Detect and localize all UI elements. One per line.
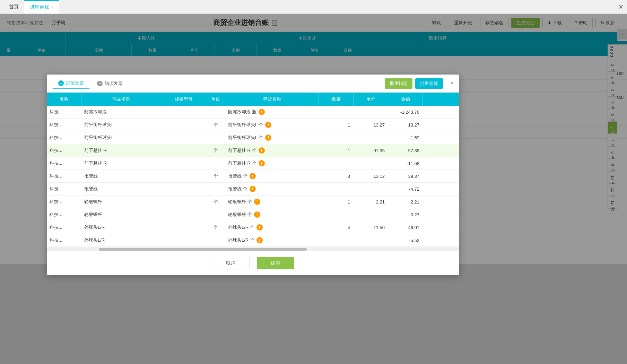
td-product: 前下悬挂 R [81,160,161,166]
th-unit: 单位 [206,93,225,106]
warning-icon: ! [254,211,260,218]
table-row[interactable]: 科技... 报警线 个 报警线 个 ! 3 13.12 39.37 [47,170,459,183]
td-amount: 97.35 [388,148,423,153]
table-row[interactable]: 科技... 防冻冷却液 防冻冷却液 瓶 ! -1,243.76 [47,106,459,119]
td-inventory: 外球头L/R 个 ! [225,224,319,231]
td-unit: 个 [206,147,225,154]
table-row[interactable]: 科技... 报警线 报警线 个 ! -4.72 [47,183,459,196]
table-row[interactable]: 科技... 前平衡杆球头L 前平衡杆球头L 个 ! -1.59 [47,131,459,144]
warning-icon: ! [250,186,256,192]
td-inventory: 防冻冷却液 瓶 ! [225,109,319,115]
scrollbar-thumb[interactable] [99,248,307,251]
inventory-text: 前平衡杆球头L 个 [228,135,263,141]
td-product: 外球头L/R [81,224,161,231]
td-name: 科技... [47,135,81,141]
inventory-text: 前平衡杆球头L 个 [228,122,263,128]
td-product: 报警线 [81,173,161,179]
th-name: 名称 [47,93,81,106]
table-row[interactable]: 科技... 前下悬挂 R 前下悬挂 R 个 ! -11.68 [47,157,459,170]
tab-purchase-invoice[interactable]: ↩ 进项发票 [52,78,90,89]
warning-icon: ! [259,109,265,115]
modal-tabs: ↩ 进项发票 ↪ 销项发票 [52,78,129,89]
td-amount: 39.37 [388,174,423,179]
modal-table: 名称 商品名称 规格型号 单位 存货名称 数量 单价 金额 科技... 防冻冷却… [47,93,459,247]
warning-icon: ! [265,122,271,128]
td-name: 科技... [47,237,81,243]
window-close-button[interactable]: ✕ [618,3,624,11]
warning-icon: ! [256,237,263,243]
td-name: 科技... [47,199,81,205]
inventory-text: 轮毂螺杆 个 [228,199,252,205]
modal-horizontal-scrollbar[interactable] [47,247,459,251]
td-amount: 13.27 [388,122,423,128]
td-name: 科技... [47,147,81,154]
table-row[interactable]: 科技... 轮毂螺杆 个 轮毂螺杆 个 ! 1 2.21 2.21 [47,196,459,208]
td-name: 科技... [47,211,81,218]
purchase-tab-label: 进项发票 [66,80,84,86]
warning-icon: ! [265,135,271,141]
modal-actions: 批量指定 批量创建 [385,78,443,89]
tab-ledger-close[interactable]: × [51,5,54,10]
th-product-name: 商品名称 [81,93,161,106]
batch-create-button[interactable]: 批量创建 [415,78,443,89]
td-price: 97.35 [354,148,388,153]
purchase-tab-icon: ↩ [58,80,64,86]
td-quantity: 1 [319,199,354,205]
td-inventory: 外球头L/R 个 ! [225,237,319,243]
td-inventory: 前下悬挂 R 个 ! [225,147,319,154]
td-unit: 个 [206,224,225,231]
inventory-text: 报警线 个 [228,186,247,192]
td-name: 科技... [47,160,81,166]
td-name: 科技... [47,173,81,179]
tab-home[interactable]: 首页 [3,0,24,14]
td-inventory: 前下悬挂 R 个 ! [225,160,319,166]
td-name: 科技... [47,224,81,231]
td-price: 11.50 [354,225,388,230]
td-product: 前平衡杆球头L [81,135,161,141]
sales-tab-label: 销项发票 [105,80,123,87]
table-row[interactable]: 科技... 轮毂螺杆 轮毂螺杆 个 ! -0.27 [47,208,459,221]
table-row[interactable]: 科技... 外球头L/R 个 外球头L/R 个 ! 4 11.50 46.01 [47,221,459,234]
th-spec: 规格型号 [161,93,206,106]
th-amount: 金额 [388,93,423,106]
tab-ledger-label: 进销台账 [30,4,49,10]
tab-ledger[interactable]: 进销台账 × [24,0,59,14]
invoice-modal: ↩ 进项发票 ↪ 销项发票 批量指定 批量创建 × 名称 商 [47,75,459,275]
tab-home-label: 首页 [9,4,19,10]
td-quantity: 3 [319,174,354,179]
table-row[interactable]: 科技... 前平衡杆球头L 个 前平衡杆球头L 个 ! 1 13.27 13.2… [47,119,459,131]
batch-assign-button[interactable]: 批量指定 [385,78,412,89]
td-amount: -4.72 [388,187,423,192]
td-product: 轮毂螺杆 [81,211,161,218]
inventory-text: 轮毂螺杆 个 [228,211,252,218]
sales-tab-icon: ↪ [97,81,103,86]
table-row[interactable]: 科技... 外球头L/R 外球头L/R 个 ! -5.52 [47,234,459,247]
td-product: 前平衡杆球头L [81,122,161,128]
td-price: 2.21 [354,199,388,205]
tab-sales-invoice[interactable]: ↪ 销项发票 [91,78,129,89]
th-inventory-name: 存货名称 [225,93,319,106]
top-bar: 首页 进销台账 × ✕ [0,0,627,14]
modal-table-header: 名称 商品名称 规格型号 单位 存货名称 数量 单价 金额 [47,93,459,106]
cancel-button[interactable]: 取消 [212,257,250,269]
modal-header: ↩ 进项发票 ↪ 销项发票 批量指定 批量创建 × [47,75,459,93]
modal-close-button[interactable]: × [450,80,454,87]
td-inventory: 轮毂螺杆 个 ! [225,211,319,218]
inventory-text: 前下悬挂 R 个 [228,160,256,166]
inventory-text: 外球头L/R 个 [228,237,254,243]
td-amount: 46.01 [388,225,423,230]
td-amount: -1,243.76 [388,110,423,115]
inventory-text: 防冻冷却液 瓶 [228,109,256,115]
inventory-text: 外球头L/R 个 [228,224,254,231]
save-button[interactable]: 保存 [257,257,294,269]
td-product: 外球头L/R [81,237,161,243]
td-amount: -0.27 [388,212,423,217]
td-price: 13.12 [354,174,388,179]
td-name: 科技... [47,122,81,128]
th-quantity: 数量 [319,93,354,106]
td-inventory: 报警线 个 ! [225,186,319,192]
td-unit: 个 [206,199,225,205]
td-amount: -1.59 [388,135,423,140]
table-row[interactable]: 科技... 前下悬挂 R 个 前下悬挂 R 个 ! 1 97.35 97.35 [47,144,459,157]
td-price: 13.27 [354,122,388,128]
